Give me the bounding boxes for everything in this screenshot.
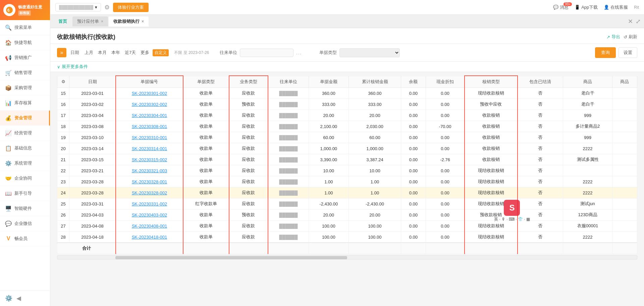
row-product: [563, 165, 612, 176]
horizontal-scrollbar[interactable]: [57, 255, 637, 259]
row-product2: [612, 209, 637, 221]
query-btn[interactable]: 查询: [595, 47, 616, 58]
row-writeoff-type: 收款核销: [465, 110, 517, 121]
sidebar-item-sales[interactable]: 🛒 销售管理: [0, 65, 50, 80]
app-download-btn[interactable]: 📱 App下载: [575, 4, 598, 10]
sidebar-item-finance[interactable]: 💰 资金管理: [0, 111, 50, 126]
row-order-no[interactable]: SK-20230314-001: [116, 143, 183, 154]
export-btn[interactable]: ↗ 导出: [606, 34, 620, 40]
search-icon: 🔍: [5, 24, 12, 31]
row-include-settled: 否: [518, 143, 563, 154]
maximize-btn[interactable]: ⤢: [636, 18, 641, 25]
refresh-btn[interactable]: ↺ 刷新: [624, 34, 637, 40]
row-order-no[interactable]: SK-20230301-002: [116, 88, 183, 99]
chevron-down-icon: ∨: [57, 64, 60, 69]
user-name[interactable]: Rit: [634, 5, 639, 10]
sidebar-item-system[interactable]: ⚙️ 系统管理: [0, 156, 50, 171]
row-cum-writeoff: -2,430.00: [349, 198, 401, 209]
sidebar-item-enterprise[interactable]: 🤝 企业协同: [0, 171, 50, 186]
table-footer-row: 合计: [57, 243, 637, 254]
row-date: 2023-04-18: [69, 232, 116, 243]
sidebar-item-member[interactable]: V 畅会员: [0, 231, 50, 246]
tab-writeoff[interactable]: 收款核销执行 ×: [109, 16, 149, 26]
sidebar-item-inventory[interactable]: 📊 库存核算: [0, 96, 50, 111]
sidebar-item-hardware[interactable]: 🖥️ 智能硬件: [0, 201, 50, 216]
sidebar-item-wechat[interactable]: 💬 企业微信: [0, 216, 50, 231]
table-row: 25 2023-03-31 SK-20230331-002 红字收款单 应收款 …: [57, 198, 637, 209]
topbar-selector[interactable]: ████████████ ▾: [55, 3, 101, 11]
sidebar-item-guide[interactable]: 📖 新手引导: [0, 186, 50, 201]
date-options: 上月 本月 本年 近7天 更多 自定义: [83, 49, 169, 56]
footer-label: 合计: [57, 243, 116, 254]
sidebar-item-marketing[interactable]: 📢 营销推广: [0, 50, 50, 65]
row-order-type: 收款单: [183, 221, 229, 232]
partner-input[interactable]: [240, 49, 293, 57]
online-service-btn[interactable]: 👤 在线客服: [604, 4, 628, 10]
more-date-btn[interactable]: 更多: [139, 49, 151, 56]
last-month-btn[interactable]: 上月: [83, 49, 95, 56]
purchase-icon: 📦: [5, 84, 12, 91]
row-order-no[interactable]: SK-20230403-002: [116, 209, 183, 221]
tab-prepay[interactable]: 预计应付单 ×: [72, 16, 108, 26]
row-partner: ██████: [268, 165, 309, 176]
col-settings[interactable]: ⚙: [57, 76, 69, 88]
scrollbar-thumb[interactable]: [115, 256, 347, 259]
recent7-btn[interactable]: 近7天: [123, 49, 137, 56]
sidebar-item-operation[interactable]: 📈 经营管理: [0, 126, 50, 141]
row-order-no[interactable]: SK-20230418-001: [116, 232, 183, 243]
row-date: 2023-03-31: [69, 198, 116, 209]
sidebar-item-basic[interactable]: 📋 基础信息: [0, 141, 50, 156]
this-year-btn[interactable]: 本年: [110, 49, 121, 56]
partner-filter: 往来单位 ...: [220, 49, 302, 57]
row-writeoff-type: 收款核销: [465, 154, 517, 165]
tab2-close-btn[interactable]: ×: [142, 19, 144, 24]
settings-bottom-icon[interactable]: ⚙️: [5, 295, 12, 302]
row-order-no[interactable]: SK-20230331-002: [116, 198, 183, 209]
row-date: 2023-03-04: [69, 110, 116, 121]
sidebar-item-quicknav[interactable]: 🏠 快捷导航: [0, 35, 50, 50]
gear-icon[interactable]: ⚙: [104, 4, 110, 11]
trial-btn[interactable]: 体验行业方案: [113, 3, 149, 12]
sidebar-item-search[interactable]: 🔍 搜索菜单: [0, 20, 50, 35]
row-order-no[interactable]: SK-20230308-001: [116, 121, 183, 132]
row-cash-discount: 0.00: [426, 88, 465, 99]
tab-home[interactable]: 首页: [54, 16, 72, 26]
finance-icon: 💰: [5, 115, 12, 121]
collapse-icon[interactable]: ◀: [16, 295, 21, 302]
expand-more-row: ∨ 展开更多条件: [50, 62, 644, 72]
row-partner: ██████: [268, 187, 309, 198]
row-order-no[interactable]: SK-20230302-002: [116, 99, 183, 110]
expand-more-btn[interactable]: ∨ 展开更多条件: [57, 64, 637, 70]
close-window-btn[interactable]: ✕: [628, 18, 633, 25]
table-row: 22 2023-03-21 SK-20230321-003 收款单 应收款 ██…: [57, 165, 637, 176]
col-include-settled: 包含已结清: [518, 76, 563, 88]
inventory-icon: 📊: [5, 100, 12, 106]
row-product2: [612, 99, 637, 110]
message-btn[interactable]: 💬 消息 99+: [553, 4, 569, 10]
row-order-type: 收款单: [183, 99, 229, 110]
this-month-btn[interactable]: 本月: [97, 49, 108, 56]
tab1-close-btn[interactable]: ×: [101, 19, 103, 24]
row-order-no[interactable]: SK-20230304-001: [116, 110, 183, 121]
filter-expand-btn[interactable]: »: [57, 48, 66, 57]
setting-btn[interactable]: 设置: [619, 47, 637, 58]
type-select[interactable]: [339, 48, 400, 57]
row-order-no[interactable]: SK-20230328-001: [116, 176, 183, 187]
row-no: 24: [57, 187, 69, 198]
row-order-no[interactable]: SK-20230315-002: [116, 154, 183, 165]
sidebar-item-purchase[interactable]: 📦 采购管理: [0, 80, 50, 96]
page-header-actions: ↗ 导出 ↺ 刷新: [606, 34, 637, 40]
row-include-settled: 否: [518, 121, 563, 132]
row-order-no[interactable]: SK-20230321-003: [116, 165, 183, 176]
row-order-no[interactable]: SK-20230328-002: [116, 187, 183, 198]
date-label: 日期: [70, 50, 79, 56]
col-date: 日期: [69, 76, 116, 88]
table-row: 23 2023-03-28 SK-20230328-001 收款单 应收款 ██…: [57, 176, 637, 187]
row-product2: [612, 88, 637, 99]
row-order-no[interactable]: SK-20230408-001: [116, 221, 183, 232]
row-date: 2023-03-28: [69, 187, 116, 198]
refresh-icon: ↺: [624, 35, 627, 40]
row-order-no[interactable]: SK-20230310-001: [116, 132, 183, 143]
custom-date-btn[interactable]: 自定义: [153, 49, 169, 56]
row-writeoff-type: 现结收款核销: [465, 176, 517, 187]
